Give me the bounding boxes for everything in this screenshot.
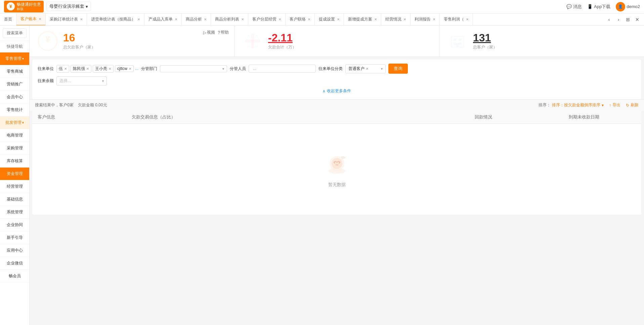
- tab-product-inbound[interactable]: 产成品入库单 ✕: [144, 13, 182, 26]
- filter-person-select[interactable]: ...: [249, 65, 316, 73]
- close-retail-profit-tab[interactable]: ✕: [466, 17, 469, 21]
- sidebar-item-wholesale[interactable]: 批发管理 ▾: [0, 116, 29, 129]
- close-tag-chen[interactable]: ✕: [86, 67, 89, 71]
- help-link[interactable]: ? 帮助: [218, 30, 229, 35]
- tab-product-analysis-list[interactable]: 商品分析列表 ✕: [211, 13, 248, 26]
- tab-inbound-stats[interactable]: 进货单统计表（按商品） ✕: [87, 13, 144, 26]
- sidebar-item-retail-stats[interactable]: 零售统计: [0, 104, 29, 116]
- sidebar-operations-label: 经营管理: [7, 184, 23, 189]
- close-customer-tier-tab[interactable]: ✕: [278, 17, 281, 21]
- help-label: 帮助: [221, 30, 229, 35]
- close-product-analysis-list-tab[interactable]: ✕: [241, 17, 244, 21]
- sidebar-item-purchase[interactable]: 采购管理: [0, 142, 29, 155]
- tab-product-inbound-label: 产成品入库单: [148, 16, 173, 22]
- close-tag-wang[interactable]: ✕: [109, 67, 111, 71]
- sidebar-item-retail[interactable]: 零售管理 ▾: [0, 52, 29, 65]
- nav-next-btn[interactable]: ›: [614, 15, 622, 24]
- sidebar-item-member[interactable]: 会员中心: [0, 91, 29, 104]
- sidebar-item-inventory[interactable]: 库存核算: [0, 155, 29, 168]
- close-improve-settings-tab[interactable]: ✕: [337, 17, 340, 21]
- close-tag-ordinary[interactable]: ✕: [366, 67, 369, 71]
- tab-customer-book[interactable]: 客户账本 ✕: [16, 13, 46, 26]
- svg-point-14: [334, 162, 335, 164]
- tab-product-analysis[interactable]: 商品分析 ✕: [182, 13, 211, 26]
- sidebar-item-finance[interactable]: 资金管理: [0, 168, 29, 180]
- export-icon: ↑: [609, 103, 611, 108]
- tag-wu-text: 伍: [59, 66, 63, 72]
- close-tag-cjttcw[interactable]: ✕: [129, 67, 131, 71]
- sort-select[interactable]: 排序： 排序：按欠款金额倒序排序 ▾: [539, 102, 604, 108]
- avatar: 👤: [616, 2, 625, 11]
- video-link[interactable]: ▷ 视频: [203, 30, 215, 35]
- svg-point-15: [339, 162, 340, 164]
- filter-more-tags[interactable]: ...: [135, 66, 138, 71]
- filter-unit-class-select[interactable]: 普通客户 ✕ ▾: [345, 64, 386, 73]
- refresh-btn[interactable]: ↻ 刷新: [626, 102, 639, 108]
- table-header-col-1: 客户信息: [38, 114, 132, 120]
- tab-home[interactable]: 首页: [0, 13, 16, 26]
- sidebar-item-system[interactable]: 系统管理: [0, 206, 29, 219]
- sidebar-basic-info-label: 基础信息: [7, 197, 23, 202]
- tab-retail-profit[interactable]: 零售利润（ ✕: [440, 13, 473, 26]
- store-selector[interactable]: 母婴行业演示账套 ▾: [46, 2, 91, 11]
- tab-customer-tier[interactable]: 客户分层经营 ✕: [248, 13, 286, 26]
- app-download-btn[interactable]: 📱 App下载: [587, 4, 610, 10]
- svg-rect-8: [454, 42, 456, 45]
- close-business-status-tab[interactable]: ✕: [403, 17, 406, 21]
- svg-rect-9: [459, 42, 462, 45]
- sidebar-item-ecommerce[interactable]: 电商管理: [0, 129, 29, 142]
- refresh-label: 刷新: [631, 102, 639, 108]
- sidebar-item-operations[interactable]: 经营管理: [0, 180, 29, 193]
- sidebar-changhui-label: 畅会员: [9, 274, 21, 278]
- top-bar-right: 💬 消息 📱 App下载 👤 demo2: [566, 2, 640, 11]
- sidebar-item-new-guide[interactable]: 新手引导: [0, 231, 29, 244]
- close-customer-contact-tab[interactable]: ✕: [308, 17, 310, 21]
- filter-balance-select[interactable]: 选择... ▾: [56, 76, 107, 85]
- tab-profit-report[interactable]: 利润报告 ✕: [411, 13, 440, 26]
- tab-new-improve[interactable]: 新增提成方案 ✕: [344, 13, 381, 26]
- search-menu-btn[interactable]: 搜索菜单: [3, 28, 27, 38]
- sidebar-item-enterprise[interactable]: 企业协同: [0, 219, 29, 231]
- user-area[interactable]: 👤 demo2: [616, 2, 640, 11]
- close-product-analysis-tab[interactable]: ✕: [204, 17, 207, 21]
- messages-btn[interactable]: 💬 消息: [566, 4, 582, 10]
- close-new-improve-tab[interactable]: ✕: [374, 17, 377, 21]
- help-icon: ?: [218, 30, 220, 35]
- video-label: 视频: [207, 30, 215, 35]
- building-icon: [447, 31, 468, 51]
- sidebar-quick-nav[interactable]: 快捷导航: [0, 41, 29, 52]
- empty-text: 暂无数据: [328, 182, 346, 188]
- sidebar-item-marketing[interactable]: 营销推广: [0, 78, 29, 91]
- nav-expand-btn[interactable]: ⊞: [624, 15, 632, 24]
- query-btn[interactable]: 查询: [388, 64, 408, 74]
- filter-row-2: 往来余额 选择... ▾: [38, 76, 636, 85]
- nav-prev-btn[interactable]: ‹: [605, 15, 613, 24]
- sidebar-item-changhui[interactable]: 畅会员: [0, 270, 29, 283]
- close-product-inbound-tab[interactable]: ✕: [175, 17, 177, 21]
- close-profit-report-tab[interactable]: ✕: [433, 17, 435, 21]
- sidebar-item-basic-info[interactable]: 基础信息: [0, 193, 29, 206]
- tab-purchase-order[interactable]: 采购订单统计表 ✕: [46, 13, 87, 26]
- tab-improve-settings[interactable]: 提成设置 ✕: [315, 13, 344, 26]
- empty-state: 暂无数据: [32, 124, 641, 215]
- stat-credit-customers-label: 总欠款客户（家）: [63, 44, 95, 50]
- sidebar-item-app-center[interactable]: 应用中心: [0, 244, 29, 257]
- nav-close-all-btn[interactable]: ✕: [633, 15, 641, 24]
- query-btn-label: 查询: [394, 66, 402, 71]
- tab-customer-contact[interactable]: 客户联络 ✕: [286, 13, 315, 26]
- sidebar-item-enterprise-wechat[interactable]: 企业微信: [0, 257, 29, 270]
- close-purchase-order-tab[interactable]: ✕: [80, 17, 83, 21]
- filter-dept-select[interactable]: ▾: [160, 65, 227, 72]
- svg-rect-3: [245, 40, 260, 42]
- close-inbound-stats-tab[interactable]: ✕: [137, 17, 140, 21]
- filter-person-more[interactable]: ...: [253, 66, 256, 71]
- tab-business-status[interactable]: 经营情况 ✕: [381, 13, 411, 26]
- svg-text:¥: ¥: [45, 35, 50, 44]
- tag-chen-text: 陈民强: [73, 66, 85, 72]
- close-customer-book-tab[interactable]: ✕: [39, 17, 41, 21]
- sidebar-wholesale-label: 批发管理: [5, 120, 22, 125]
- collapse-filters-btn[interactable]: ∧ 收起更多条件: [323, 88, 351, 94]
- sidebar-item-retail-mall[interactable]: 零售商城: [0, 65, 29, 78]
- export-btn[interactable]: ↑ 导出: [609, 102, 620, 108]
- close-tag-wu[interactable]: ✕: [64, 67, 67, 71]
